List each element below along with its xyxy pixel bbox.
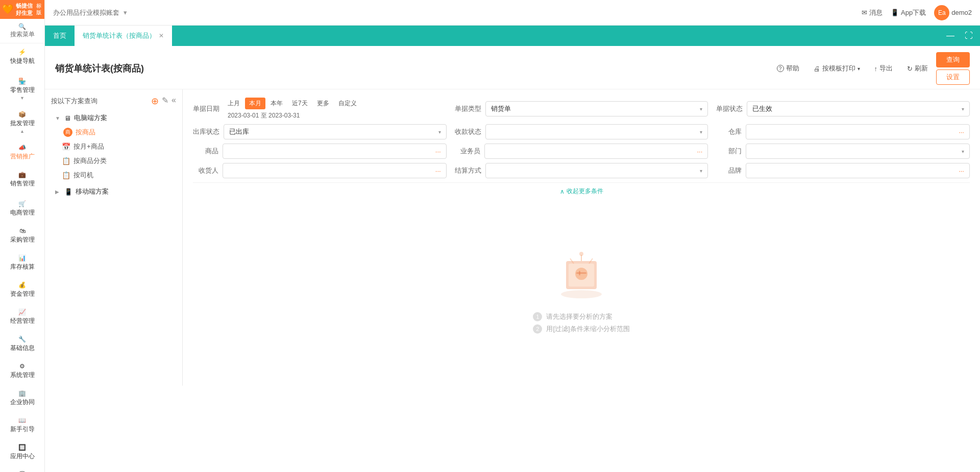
wholesale-arrow: ▲ xyxy=(20,129,24,134)
tree-child-cashier[interactable]: 📋 按司机 xyxy=(45,168,182,182)
product-label: 商品 xyxy=(193,147,218,156)
svg-point-7 xyxy=(579,252,583,256)
tree-child-category[interactable]: 📋 按商品分类 xyxy=(45,154,182,168)
sidebar-item-ecommerce[interactable]: 🛒 电商管理 xyxy=(0,195,44,222)
template-print-btn[interactable]: 🖨 按模板打印 ▾ xyxy=(810,62,864,75)
header-right: ✉ 消息 📱 App下载 Ea demo2 xyxy=(862,5,972,20)
tab-sales-stat[interactable]: 销货单统计表（按商品） ✕ xyxy=(75,26,172,46)
tab-bar: 首页 销货单统计表（按商品） ✕ — ⛶ xyxy=(45,26,980,46)
docstatus-select[interactable]: 已生效 ▾ xyxy=(747,101,970,116)
sidebar-item-appstore[interactable]: 🔲 应用中心 xyxy=(0,439,44,466)
sidebar-item-quick-nav[interactable]: ⚡ 快捷导航 xyxy=(0,43,44,70)
sidebar-item-inventory[interactable]: 📊 库存核算 xyxy=(0,249,44,276)
sidebar-item-system[interactable]: ⚙ 系统管理 xyxy=(0,358,44,385)
empty-illustration xyxy=(551,241,612,302)
app-download-btn[interactable]: 📱 App下载 xyxy=(891,8,926,17)
product-input[interactable]: ··· xyxy=(223,144,447,159)
settings-btn[interactable]: 设置 xyxy=(936,69,970,85)
nav-icon-appstore: 🔲 xyxy=(18,444,26,451)
header-workspace: 办公用品行业模拟账套 ▾ xyxy=(53,8,127,17)
by-product-label: 按商品 xyxy=(76,128,95,137)
hint-item-2: 2 用[过滤]条件来缩小分析范围 xyxy=(533,324,629,334)
date-tab-custom[interactable]: 自定义 xyxy=(334,98,361,109)
hint-list: 1 请先选择要分析的方案 2 用[过滤]条件来缩小分析范围 xyxy=(533,312,629,337)
sidebar-item-basic[interactable]: 🔧 基础信息 xyxy=(0,331,44,358)
tab-home[interactable]: 首页 xyxy=(45,26,75,46)
sidebar-item-enterprise[interactable]: 🏢 企业协同 xyxy=(0,385,44,412)
filter-date-cell: 单据日期 上月 本月 本年 近7天 更多 自定义 20 xyxy=(193,98,447,120)
receiptstatus-select[interactable]: ▾ xyxy=(485,124,708,139)
collapse-bar[interactable]: ∧ 收起更多条件 xyxy=(193,182,970,200)
hint-text-1: 请先选择要分析的方案 xyxy=(546,312,612,321)
sidebar-item-sales[interactable]: 💼 销售管理 xyxy=(0,166,44,193)
receiptstatus-chevron: ▾ xyxy=(700,129,702,135)
doctype-value: 销货单 xyxy=(491,104,511,113)
sidebar-item-wechat[interactable]: 💬 企业微信 xyxy=(0,466,44,472)
brand-ellipsis: ··· xyxy=(959,167,964,175)
receiver-ellipsis: ··· xyxy=(435,167,441,175)
collapse-panel-btn[interactable]: « xyxy=(172,96,176,107)
add-scheme-btn[interactable]: ⊕ xyxy=(151,96,159,107)
edit-scheme-btn[interactable]: ✎ xyxy=(162,96,168,107)
tree-item-by-product[interactable]: 商 按商品 xyxy=(45,125,182,139)
staff-label: 业务员 xyxy=(455,147,480,156)
sidebar-item-marketing[interactable]: 📣 营销推广 xyxy=(0,139,44,166)
nav-icon-ecommerce: 🛒 xyxy=(18,200,26,207)
filter-outstatus-cell: 出库状态 已出库 ▾ xyxy=(193,124,447,139)
date-tab-this-year[interactable]: 本年 xyxy=(266,98,287,109)
outstatus-select[interactable]: 已出库 ▾ xyxy=(224,124,447,139)
payment-select[interactable]: ▾ xyxy=(485,163,708,178)
user-profile[interactable]: Ea demo2 xyxy=(934,5,972,20)
help-btn[interactable]: ? 帮助 xyxy=(773,62,803,75)
mobile-group-arrow: ▶ xyxy=(55,189,61,195)
workspace-chevron[interactable]: ▾ xyxy=(124,9,127,16)
warehouse-input[interactable]: ··· xyxy=(746,124,970,139)
date-range-display: 2023-03-01 至 2023-03-31 xyxy=(228,111,447,120)
filter-payment-cell: 结算方式 ▾ xyxy=(455,163,708,178)
filter-row2: 出库状态 已出库 ▾ 收款状态 ▾ xyxy=(193,124,970,139)
export-btn[interactable]: ↑ 导出 xyxy=(870,62,897,75)
staff-input[interactable]: ··· xyxy=(484,144,708,159)
receiver-input[interactable]: ··· xyxy=(223,163,447,178)
sidebar-item-finance[interactable]: 💰 资金管理 xyxy=(0,276,44,303)
svg-point-0 xyxy=(561,290,602,298)
receiptstatus-label: 收款状态 xyxy=(455,127,481,136)
avatar: Ea xyxy=(934,5,949,20)
tab-minimize-btn[interactable]: — xyxy=(943,29,958,43)
sidebar-item-wholesale[interactable]: 📦 批发管理 ▲ xyxy=(0,106,44,139)
outstatus-chevron: ▾ xyxy=(438,129,441,135)
dept-select[interactable]: ▾ xyxy=(746,144,970,159)
left-panel-title: 按以下方案查询 xyxy=(51,97,97,106)
page-title: 销货单统计表(按商品) xyxy=(55,62,144,75)
tab-maximize-btn[interactable]: ⛶ xyxy=(962,29,976,43)
left-panel-header: 按以下方案查询 ⊕ ✎ « xyxy=(45,96,182,111)
filter-receiptstatus-cell: 收款状态 ▾ xyxy=(455,124,708,139)
sidebar-item-operations[interactable]: 📈 经营管理 xyxy=(0,303,44,331)
message-btn[interactable]: ✉ 消息 xyxy=(862,8,883,17)
tree-child-month-product[interactable]: 📅 按月+商品 xyxy=(45,139,182,154)
tree-group-mobile[interactable]: ▶ 📱 移动端方案 xyxy=(45,184,182,199)
brand-input[interactable]: ··· xyxy=(746,163,970,178)
refresh-btn[interactable]: ↻ 刷新 xyxy=(903,62,932,75)
tab-close-btn[interactable]: ✕ xyxy=(159,32,164,39)
hint-num-2: 2 xyxy=(533,324,542,334)
logo-icon: 🧡 xyxy=(2,4,13,15)
date-tab-this-month[interactable]: 本月 xyxy=(245,98,265,109)
filter-warehouse-cell: 仓库 ··· xyxy=(716,124,970,139)
hint-item-1: 1 请先选择要分析的方案 xyxy=(533,312,629,321)
category-icon: 📋 xyxy=(61,157,70,165)
tree-group-pc[interactable]: ▼ 🖥 电脑端方案 xyxy=(45,111,182,125)
query-btn[interactable]: 查询 xyxy=(936,52,970,67)
empty-state: 1 请先选择要分析的方案 2 用[过滤]条件来缩小分析范围 xyxy=(193,200,970,377)
message-icon: ✉ xyxy=(862,9,867,16)
doctype-label: 单据类型 xyxy=(455,104,481,113)
sidebar-search[interactable]: 🔍 搜索菜单 xyxy=(0,19,44,43)
sidebar-item-purchase[interactable]: 🛍 采购管理 xyxy=(0,222,44,249)
sidebar-item-retail[interactable]: 🏪 零售管理 ▼ xyxy=(0,73,44,106)
doctype-select[interactable]: 销货单 ▾ xyxy=(485,101,708,116)
sidebar-item-guide[interactable]: 📖 新手引导 xyxy=(0,412,44,439)
date-tab-7days[interactable]: 近7天 xyxy=(288,98,312,109)
date-tab-more[interactable]: 更多 xyxy=(313,98,333,109)
date-tab-last-month[interactable]: 上月 xyxy=(224,98,244,109)
left-panel-actions: ⊕ ✎ « xyxy=(151,96,176,107)
